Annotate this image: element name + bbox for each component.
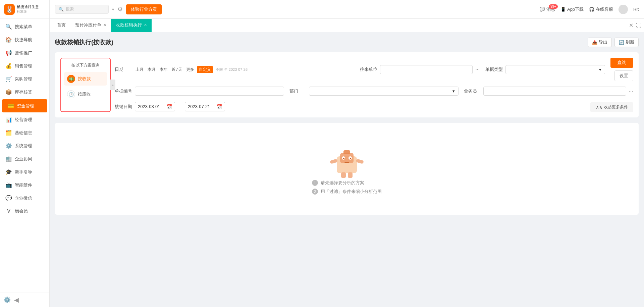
filter-actions: 查询 设置 xyxy=(610,58,633,81)
app-download-button[interactable]: 📱 App下载 xyxy=(560,6,584,12)
counterpart-input[interactable] xyxy=(380,65,473,74)
date-shortcut-7-days[interactable]: 近7天 xyxy=(170,66,183,73)
calendar-end-icon[interactable]: 📅 xyxy=(216,104,222,109)
sidebar-item-marketing[interactable]: 📢 营销推广 xyxy=(0,46,49,59)
logo-title: 畅捷通好生意 xyxy=(17,4,39,9)
sidebar-nav: 🔍 搜索菜单 🏠 快捷导航 📢 营销推广 💰 销售管理 🛒 采购管理 📦 库存核… xyxy=(0,19,49,293)
message-button[interactable]: 💬 消息 99+ xyxy=(540,6,555,12)
setting-button[interactable]: 设置 xyxy=(614,70,633,81)
writeoff-date-start-input[interactable]: 2023-03-01 📅 xyxy=(135,102,175,111)
doctype-select-arrow: ▾ xyxy=(599,67,601,72)
export-button[interactable]: 📤 导出 xyxy=(588,38,612,47)
gear-icon[interactable]: ⚙ xyxy=(117,6,123,13)
department-filter-group: 部门 ▾ xyxy=(289,87,459,96)
industry-solution-button[interactable]: 体验行业方案 xyxy=(126,4,162,14)
tab-home[interactable]: 首页 xyxy=(52,19,70,32)
writeoff-date-group: 核销日期 2023-03-01 📅 — 2023-07-21 📅 xyxy=(115,102,369,111)
sidebar-label-management: 经营管理 xyxy=(15,117,32,123)
sidebar-label-search: 搜索菜单 xyxy=(15,24,32,30)
date-shortcut-last-month[interactable]: 上月 xyxy=(134,66,145,73)
sidebar-item-basic[interactable]: 🗂️ 基础信息 xyxy=(0,126,49,139)
sidebar-label-marketing: 营销推广 xyxy=(15,50,32,56)
doctype-select[interactable]: ▾ xyxy=(505,65,605,74)
main-content: 🔍 搜索 ▾ ⚙ 体验行业方案 💬 消息 99+ 📱 App下载 🎧 在线客服 … xyxy=(50,0,644,307)
salesperson-more-icon[interactable]: ··· xyxy=(629,88,633,94)
calendar-start-icon[interactable]: 📅 xyxy=(166,104,172,109)
wechat-icon: 💬 xyxy=(5,195,12,201)
svg-rect-2 xyxy=(343,150,350,154)
filter-row-1: 日期 上月 本月 本年 近7天 更多 自定义 不限 至 2023-07-26 xyxy=(115,58,633,81)
export-icon: 📤 xyxy=(592,40,597,45)
collapse-more-label: 收起更多条件 xyxy=(604,104,628,110)
date-shortcut-this-month[interactable]: 本月 xyxy=(146,66,157,73)
empty-tips: 1 请先选择要分析的方案 2 用「过滤」条件来缩小分析范围 xyxy=(312,180,382,195)
docno-input[interactable] xyxy=(135,87,284,96)
empty-state: 1 请先选择要分析的方案 2 用「过滤」条件来缩小分析范围 xyxy=(55,123,639,215)
query-button[interactable]: 查询 xyxy=(610,58,633,68)
sidebar-item-purchase[interactable]: 🛒 采购管理 xyxy=(0,72,49,86)
tab-collection-close-icon[interactable]: ✕ xyxy=(144,23,147,27)
sidebar-item-member[interactable]: V 畅会员 xyxy=(0,205,49,217)
tab-prepay-close-icon[interactable]: ✕ xyxy=(103,23,106,27)
counterpart-more-icon[interactable]: ··· xyxy=(475,66,480,72)
app-label: App下载 xyxy=(567,6,584,12)
header-search-box[interactable]: 🔍 搜索 xyxy=(55,5,109,14)
system-icon: ⚙️ xyxy=(5,143,12,149)
query-option-by-receipt[interactable]: 💵 按收款 xyxy=(64,72,107,86)
query-option-by-receivable[interactable]: 🕐 按应收 xyxy=(64,88,107,101)
tab-bar: 首页 预付冲应付单 ✕ 收款核销执行 ✕ ✕ ⛶ xyxy=(50,19,644,32)
sidebar-item-system[interactable]: ⚙️ 系统管理 xyxy=(0,139,49,152)
management-icon: 📊 xyxy=(5,116,12,123)
dropdown-arrow-icon[interactable]: ▾ xyxy=(112,7,114,12)
sidebar-item-inventory[interactable]: 📦 库存核算 xyxy=(0,86,49,99)
salesperson-input[interactable] xyxy=(483,87,626,96)
page-body: 收款核销执行(按收款) 📤 导出 🔄 刷新 按以下方案查询 💵 按收款 xyxy=(50,32,644,307)
header-left: 🔍 搜索 ▾ ⚙ 体验行业方案 xyxy=(55,4,162,14)
collapse-sidebar-icon[interactable]: ◀ xyxy=(14,296,19,304)
tab-collection[interactable]: 收款核销执行 ✕ xyxy=(111,19,152,32)
sidebar-item-finance[interactable]: 💳 资金管理 xyxy=(2,99,47,112)
sidebar-label-sales: 销售管理 xyxy=(15,63,32,69)
date-shortcut-this-year[interactable]: 本年 xyxy=(158,66,169,73)
settings-bottom-icon[interactable]: ⚙️ xyxy=(3,296,11,304)
sidebar-item-guide[interactable]: 🎓 新手引导 xyxy=(0,165,49,178)
sidebar-item-hardware[interactable]: 📺 智能硬件 xyxy=(0,178,49,192)
date-filter-group: 日期 上月 本月 本年 近7天 更多 自定义 不限 至 2023-07-26 xyxy=(115,66,355,73)
sidebar-item-sales[interactable]: 💰 销售管理 xyxy=(0,59,49,72)
sidebar-bottom: ⚙️ ◀ xyxy=(0,293,49,307)
tab-prepay[interactable]: 预付冲应付单 ✕ xyxy=(70,19,111,32)
sidebar-item-search[interactable]: 🔍 搜索菜单 xyxy=(0,20,49,33)
query-sidebar-title: 按以下方案查询 xyxy=(64,62,107,68)
tab-fullscreen-icon[interactable]: ⛶ xyxy=(636,22,641,29)
marketing-icon: 📢 xyxy=(5,50,12,56)
svg-rect-10 xyxy=(341,172,346,178)
sidebar-item-wechat[interactable]: 💬 企业微信 xyxy=(0,192,49,205)
date-shortcut-more[interactable]: 更多 xyxy=(185,66,196,73)
refresh-button[interactable]: 🔄 刷新 xyxy=(614,38,639,47)
basic-icon: 🗂️ xyxy=(5,130,12,136)
tip-num-2: 2 xyxy=(312,189,318,195)
date-shortcut-custom[interactable]: 自定义 xyxy=(197,66,213,73)
sidebar-label-member: 畅会员 xyxy=(15,208,28,214)
svg-rect-11 xyxy=(348,172,353,178)
department-select[interactable]: ▾ xyxy=(309,87,459,96)
sidebar-item-quick[interactable]: 🏠 快捷导航 xyxy=(0,33,49,46)
empty-illustration xyxy=(325,143,369,180)
doctype-filter-group: 单据类型 ▾ xyxy=(485,65,605,74)
receipt-option-icon: 💵 xyxy=(67,75,75,83)
avatar[interactable] xyxy=(619,5,628,14)
department-select-arrow: ▾ xyxy=(452,89,455,94)
sidebar-item-cooperation[interactable]: 🏢 企业协同 xyxy=(0,152,49,165)
salesperson-filter-group: 业务员 ··· xyxy=(464,87,633,96)
sidebar-label-cooperation: 企业协同 xyxy=(15,156,32,162)
svg-rect-7 xyxy=(344,162,349,163)
online-service-button[interactable]: 🎧 在线客服 xyxy=(589,6,613,12)
sidebar-label-system: 系统管理 xyxy=(15,143,32,149)
collapse-more-button[interactable]: ∧∧ 收起更多条件 xyxy=(590,102,633,112)
tab-close-all-icon[interactable]: ✕ xyxy=(629,22,633,29)
salesperson-label: 业务员 xyxy=(464,88,481,94)
writeoff-date-end-input[interactable]: 2023-07-21 📅 xyxy=(185,102,225,111)
sidebar-collapse-button[interactable]: » xyxy=(110,80,115,90)
header-right: 💬 消息 99+ 📱 App下载 🎧 在线客服 Rit xyxy=(540,5,639,14)
sidebar-item-management[interactable]: 📊 经营管理 xyxy=(0,113,49,126)
